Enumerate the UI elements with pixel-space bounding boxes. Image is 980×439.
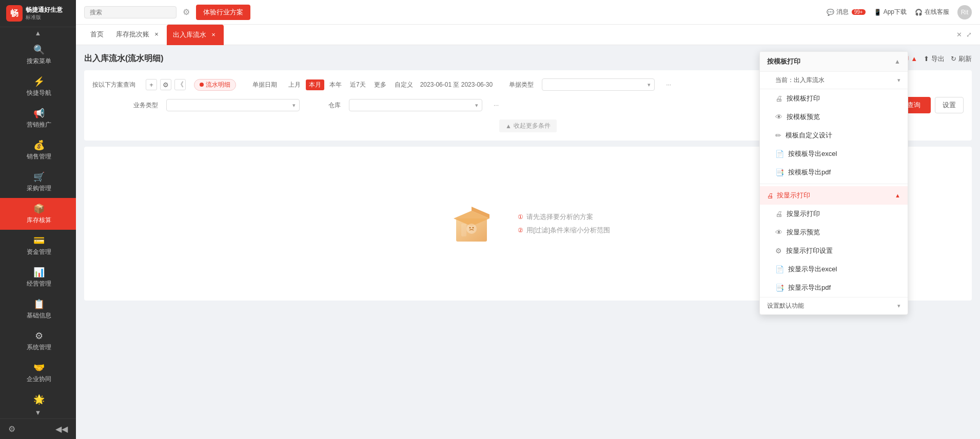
bill-type-more[interactable]: ··· — [663, 80, 674, 89]
dropdown-template-export-pdf[interactable]: 📑 按模板导出pdf — [760, 163, 908, 182]
sidebar-item-marketing[interactable]: 📢 营销推广 — [0, 103, 76, 134]
dropdown-panel: 按模板打印 ▲ 当前：出入库流水 ▾ 🖨 按模板打印 👁 按模板预览 ✏ 模板自… — [759, 51, 908, 315]
dropdown-display-export-excel[interactable]: 📄 按显示导出excel — [760, 260, 908, 278]
sidebar: 畅 畅捷通好生意 标准版 ▲ 🔍 搜索菜单 ⚡ 快捷导航 📢 营销推广 💰 销售… — [0, 0, 76, 439]
tab-flow[interactable]: 出入库流水 × — [167, 25, 224, 45]
topbar-gear-icon[interactable]: ⚙ — [183, 7, 190, 17]
sidebar-item-finance[interactable]: 💳 资金管理 — [0, 230, 76, 262]
warehouse-select-wrapper — [349, 99, 482, 111]
collapse-btn[interactable]: ▲ 收起更多条件 — [499, 119, 557, 132]
collapse-scheme-btn[interactable]: 《 — [174, 79, 186, 90]
date-this-year[interactable]: 本年 — [326, 79, 345, 90]
marketing-icon: 📢 — [33, 108, 45, 119]
tab-flow-close[interactable]: × — [209, 31, 218, 39]
app-download-icon: 📱 — [874, 9, 881, 16]
biz-type-select[interactable] — [166, 99, 300, 111]
dropdown-display-export-pdf[interactable]: 📑 按显示导出pdf — [760, 278, 908, 297]
shortcut-icon: ⚡ — [33, 76, 45, 87]
sidebar-item-operation[interactable]: 📊 经营管理 — [0, 262, 76, 293]
sidebar-scroll-down[interactable]: ▼ — [0, 407, 76, 418]
dropdown-display-print-settings[interactable]: ⚙ 按显示打印设置 — [760, 242, 908, 260]
display-pdf-icon: 📑 — [775, 284, 784, 292]
dropdown-collapse-arrow[interactable]: ▲ — [894, 58, 900, 65]
dropdown-template-preview[interactable]: 👁 按模板预览 — [760, 108, 908, 126]
dropdown-template-export-excel[interactable]: 📄 按模板导出excel — [760, 145, 908, 163]
window-maximize-btn[interactable]: ⤢ — [966, 31, 972, 38]
sidebar-item-guide[interactable]: 🌟 新手引导 — [0, 389, 76, 407]
operation-icon: 📊 — [33, 267, 45, 278]
dropdown-current[interactable]: 当前：出入库流水 ▾ — [760, 72, 908, 89]
dropdown-title: 按模板打印 — [767, 57, 800, 66]
date-field: 上月 本月 本年 近7天 更多 自定义 2023-06-01 至 2023-06… — [285, 79, 493, 90]
template-preview-icon: 👁 — [775, 113, 782, 121]
system-icon: ⚙ — [35, 330, 43, 342]
bill-type-label: 单据类型 — [509, 81, 534, 89]
filter-tag-dot — [200, 83, 204, 87]
dropdown-display-preview[interactable]: 👁 按显示预览 — [760, 223, 908, 242]
svg-rect-3 — [461, 224, 466, 236]
sidebar-item-shortcut[interactable]: ⚡ 快捷导航 — [0, 71, 76, 103]
dropdown-display-print[interactable]: 🖨 按显示打印 — [760, 205, 908, 223]
biz-type-label: 业务类型 — [133, 101, 158, 110]
tab-batch-close[interactable]: × — [152, 30, 161, 38]
industry-btn[interactable]: 体验行业方案 — [196, 5, 250, 20]
sidebar-item-basic[interactable]: 📋 基础信息 — [0, 293, 76, 325]
dropdown-display-title: 🖨 按显示打印 — [767, 191, 810, 200]
warehouse-more[interactable]: ··· — [491, 101, 502, 110]
empty-illustration — [446, 198, 497, 249]
svg-point-6 — [472, 227, 474, 229]
topbar-search-input[interactable] — [84, 6, 177, 18]
avatar[interactable]: Rit — [957, 5, 972, 19]
refresh-btn[interactable]: ↻ 刷新 — [951, 54, 972, 64]
date-last-month[interactable]: 上月 — [285, 79, 304, 90]
dropdown-template-print[interactable]: 🖨 按模板打印 — [760, 89, 908, 108]
dropdown-footer-label: 设置默认功能 — [767, 302, 804, 310]
tab-home[interactable]: 首页 — [84, 25, 110, 45]
dropdown-current-arrow: ▾ — [897, 77, 900, 84]
sidebar-scroll-up[interactable]: ▲ — [0, 27, 76, 39]
sales-icon: 💰 — [33, 139, 45, 151]
tab-batch[interactable]: 库存批次账 × — [110, 25, 167, 45]
dropdown-template-custom[interactable]: ✏ 模板自定义设计 — [760, 126, 908, 145]
settings-footer-icon[interactable]: ⚙ — [8, 424, 15, 434]
date-this-month[interactable]: 本月 — [306, 79, 324, 90]
display-section-icon: 🖨 — [767, 192, 774, 199]
sidebar-item-corp[interactable]: 🤝 企业协同 — [0, 357, 76, 389]
sidebar-item-search[interactable]: 🔍 搜索菜单 — [0, 39, 76, 71]
sidebar-item-purchase[interactable]: 🛒 采购管理 — [0, 166, 76, 198]
app-download-btn[interactable]: 📱 App下载 — [874, 8, 907, 16]
date-7days[interactable]: 近7天 — [347, 79, 369, 90]
empty-tips: ① 请先选择要分析的方案 ② 用[过滤]条件来缩小分析范围 — [518, 212, 610, 235]
online-service-btn[interactable]: 🎧 在线客服 — [915, 8, 949, 16]
topbar-right: 💬 消息 99+ 📱 App下载 🎧 在线客服 Rit — [827, 5, 972, 19]
warehouse-select[interactable] — [349, 99, 482, 111]
date-custom[interactable]: 自定义 — [391, 79, 416, 90]
empty-tip-1: ① 请先选择要分析的方案 — [518, 212, 610, 222]
bill-type-select[interactable] — [542, 78, 655, 91]
warehouse-label: 仓库 — [328, 101, 341, 110]
settings-button[interactable]: 设置 — [935, 97, 964, 113]
collapse-sidebar-icon[interactable]: ◀◀ — [55, 424, 68, 434]
topbar: ⚙ 体验行业方案 💬 消息 99+ 📱 App下载 🎧 在线客服 Rit — [76, 0, 980, 25]
template-excel-icon: 📄 — [775, 150, 784, 158]
dropdown-display-section[interactable]: 🖨 按显示打印 ▲ — [760, 186, 908, 205]
display-preview-icon: 👁 — [775, 228, 782, 236]
export-btn[interactable]: ⬆ 导出 — [924, 54, 945, 64]
sidebar-item-inventory[interactable]: 📦 库存核算 — [0, 198, 76, 230]
date-label: 单据日期 — [252, 81, 277, 89]
message-btn[interactable]: 💬 消息 99+ — [827, 8, 866, 16]
settings-scheme-btn[interactable]: ⚙ — [160, 79, 171, 90]
date-more[interactable]: 更多 — [371, 79, 389, 90]
empty-tip-2: ② 用[过滤]条件来缩小分析范围 — [518, 226, 610, 235]
display-settings-icon: ⚙ — [775, 247, 782, 255]
filter-tag[interactable]: 流水明细 — [194, 79, 236, 91]
sidebar-item-system[interactable]: ⚙ 系统管理 — [0, 325, 76, 357]
dropdown-footer[interactable]: 设置默认功能 ▾ — [760, 297, 908, 314]
template-custom-icon: ✏ — [775, 131, 781, 139]
dropdown-header: 按模板打印 ▲ — [760, 52, 908, 72]
sidebar-item-sales[interactable]: 💰 销售管理 — [0, 134, 76, 166]
add-scheme-btn[interactable]: + — [146, 79, 157, 90]
logo: 畅 畅捷通好生意 标准版 — [0, 0, 76, 27]
window-close-btn[interactable]: ✕ — [956, 31, 962, 38]
logo-icon: 畅 — [6, 5, 23, 22]
